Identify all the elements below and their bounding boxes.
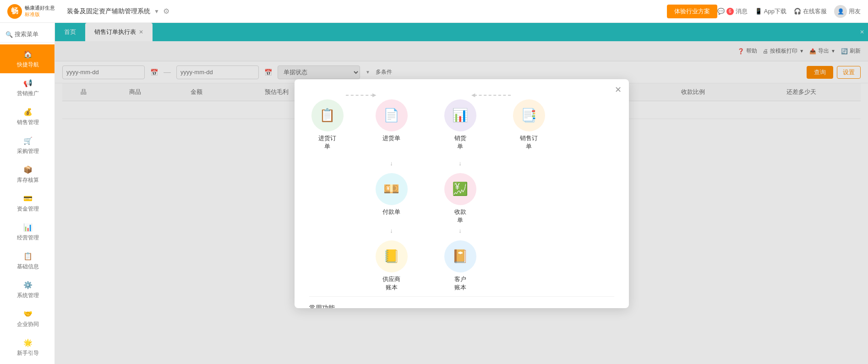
sidebar-search[interactable]: 🔍 搜索菜单 (0, 27, 55, 43)
node-customer-ledger[interactable]: 📔 客户账本 (447, 236, 474, 296)
sidebar-item-purchase[interactable]: 🛒 采购管理 (0, 131, 55, 160)
customer-ledger-icon: 📔 (444, 240, 476, 272)
purchase-order-icon: 📋 (311, 99, 344, 131)
system-icon: ⚙️ (23, 280, 33, 290)
settings-icon[interactable]: ⚙ (163, 7, 169, 16)
arrow-down-sales: ↓ (447, 160, 474, 167)
headset-icon: 🎧 (794, 8, 801, 15)
sidebar-item-operations[interactable]: 📊 经营管理 (0, 217, 55, 246)
supplier-ledger-label: 供应商账本 (381, 275, 403, 292)
inventory-icon: 📦 (23, 164, 33, 174)
node-receipt-bill[interactable]: 💹 收款单 (447, 168, 474, 229)
marketing-icon: 📢 (23, 78, 33, 88)
node-sales-order[interactable]: 📑 销售订单 (511, 95, 547, 155)
search-icon: 🔍 (5, 31, 13, 38)
sidebar-item-inventory[interactable]: 📦 库存核算 (0, 160, 55, 189)
payment-bill-label: 付款单 (382, 208, 400, 216)
finance-icon: 💳 (23, 193, 33, 203)
sidebar-item-basics[interactable]: 📋 基础信息 (0, 246, 55, 275)
sidebar-item-finance[interactable]: 💳 资金管理 (0, 189, 55, 217)
node-purchase-bill[interactable]: 📄 进货单 (373, 95, 410, 147)
user-item[interactable]: 👤 用友 (834, 5, 861, 18)
node-sales-bill[interactable]: 📊 销货单 (447, 95, 474, 155)
purchase-bill-icon: 📄 (376, 99, 408, 131)
modal-dialog: ✕ 📋 进货订单 ▶ (295, 79, 629, 308)
sales-order-label: 销售订单 (518, 134, 540, 151)
purchase-order-label: 进货订单 (317, 134, 338, 151)
online-service-item[interactable]: 🎧 在线客服 (794, 7, 827, 16)
sidebar-item-newbie[interactable]: 🌟 新手引导 (0, 333, 55, 362)
node-purchase-order[interactable]: 📋 进货订单 (309, 95, 346, 155)
arrow-left-1: ◀ (474, 95, 511, 107)
purchase-icon: 🛒 (23, 136, 33, 146)
sidebar-item-enterprise[interactable]: 🤝 企业协同 (0, 304, 55, 333)
logo-area: 畅 畅康通好生意 标准版 (7, 4, 62, 19)
top-header: 畅 畅康通好生意 标准版 装备及固定资产辅助管理系统 ▼ ⚙ 体验行业方案 💬 … (0, 0, 868, 23)
common-functions-title: 常用功能 (309, 304, 614, 308)
node-payment-bill[interactable]: 💴 付款单 (373, 168, 410, 229)
newbie-icon: 🌟 (23, 337, 33, 348)
home-icon: 🏠 (23, 49, 33, 59)
modal-close-btn[interactable]: ✕ (615, 85, 622, 95)
payment-bill-icon: 💴 (376, 173, 408, 205)
arrow-down-purchase: ↓ (373, 160, 410, 167)
node-supplier-ledger[interactable]: 📒 供应商账本 (373, 236, 410, 296)
receipt-bill-label: 收款单 (454, 208, 467, 224)
avatar: 👤 (834, 5, 847, 18)
common-functions: 常用功能 商品 往来单位 现存量(库存状况表) 现存量(库存分布表) 销售毛利分… (309, 296, 614, 308)
trial-button[interactable]: 体验行业方案 (667, 5, 717, 18)
message-item[interactable]: 💬 6 消息 (717, 7, 748, 16)
system-title: 装备及固定资产辅助管理系统 ▼ ⚙ (62, 7, 667, 16)
purchase-bill-label: 进货单 (382, 134, 400, 142)
sidebar-item-sales[interactable]: 💰 销售管理 (0, 102, 55, 131)
message-badge: 6 (726, 8, 734, 15)
phone-icon: 📱 (755, 8, 762, 15)
sidebar-item-system[interactable]: ⚙️ 系统管理 (0, 275, 55, 304)
enterprise-icon: 🤝 (23, 309, 33, 319)
basics-icon: 📋 (23, 251, 33, 261)
main-layout: 🔍 搜索菜单 🏠 快捷导航 📢 营销推广 💰 销售管理 🛒 采购管理 📦 库存核… (0, 23, 868, 364)
message-icon: 💬 (717, 8, 725, 15)
supplier-ledger-icon: 📒 (376, 240, 408, 272)
content-area: 首页 销售订单执行表 ✕ ✕ ❓ 帮助 🖨 按模板打印 ▼ 📤 导出 (55, 23, 868, 364)
sidebar-item-quicknav[interactable]: 🏠 快捷导航 (0, 44, 55, 73)
sales-bill-label: 销货单 (454, 134, 467, 151)
sales-order-icon: 📑 (513, 99, 545, 131)
app-download-item[interactable]: 📱 App下载 (755, 7, 786, 16)
modal-overlay: ✕ 📋 进货订单 ▶ (55, 23, 868, 364)
logo-icon: 畅 (7, 4, 22, 19)
sales-bill-icon: 📊 (444, 99, 476, 131)
sidebar: 🔍 搜索菜单 🏠 快捷导航 📢 营销推广 💰 销售管理 🛒 采购管理 📦 库存核… (0, 23, 55, 364)
receipt-bill-icon: 💹 (444, 173, 476, 205)
sidebar-item-marketing[interactable]: 📢 营销推广 (0, 73, 55, 102)
sales-icon: 💰 (23, 107, 33, 117)
arrow-right-1: ▶ (346, 95, 373, 107)
header-right: 💬 6 消息 📱 App下载 🎧 在线客服 👤 用友 (717, 5, 861, 18)
dropdown-icon[interactable]: ▼ (154, 8, 159, 15)
operations-icon: 📊 (23, 222, 33, 232)
logo-text: 畅康通好生意 标准版 (25, 5, 55, 17)
customer-ledger-label: 客户账本 (454, 275, 467, 292)
